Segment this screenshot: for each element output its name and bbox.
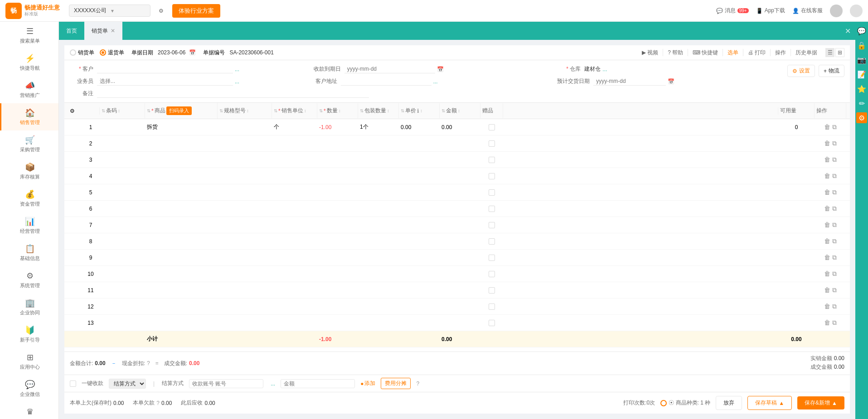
row-price[interactable]: [399, 305, 440, 308]
row-product[interactable]: [145, 158, 218, 162]
delete-row-icon[interactable]: 🗑: [824, 156, 830, 164]
gift-checkbox[interactable]: [489, 124, 495, 130]
sidebar-item-finance[interactable]: 💰 资金管理: [0, 185, 58, 212]
tab-close-icon[interactable]: ✕: [111, 28, 115, 34]
row-amount[interactable]: [440, 256, 480, 260]
tab-home[interactable]: 首页: [59, 22, 84, 40]
save-draft-button[interactable]: 保存草稿 ▲: [747, 396, 792, 410]
sort-icon[interactable]: ↕: [420, 108, 422, 113]
row-pack[interactable]: [358, 272, 399, 276]
gift-checkbox[interactable]: [489, 222, 495, 228]
copy-row-icon[interactable]: ⧉: [832, 319, 837, 327]
sort-icon[interactable]: ↕: [458, 108, 460, 113]
row-qty[interactable]: [317, 174, 358, 178]
row-price[interactable]: [399, 321, 440, 325]
row-amount[interactable]: [440, 207, 480, 211]
copy-row-icon[interactable]: ⧉: [832, 237, 837, 245]
row-spec[interactable]: [218, 191, 272, 194]
row-qty[interactable]: [317, 256, 358, 260]
sort-icon[interactable]: ↕: [339, 108, 341, 113]
row-price[interactable]: [399, 174, 440, 178]
row-barcode[interactable]: [100, 125, 145, 129]
copy-row-icon[interactable]: ⧉: [832, 254, 837, 261]
row-pack[interactable]: [358, 305, 399, 308]
row-amount[interactable]: [440, 289, 480, 292]
row-qty[interactable]: -1.00: [317, 122, 358, 132]
row-product[interactable]: [145, 207, 218, 211]
right-panel-star-icon[interactable]: ⭐: [856, 83, 867, 94]
help-button[interactable]: ? 帮助: [668, 49, 683, 57]
expected-date-input[interactable]: [593, 77, 666, 86]
sort-icon[interactable]: ⇅: [401, 108, 404, 113]
sidebar-item-inventory[interactable]: 📦 库存核算: [0, 158, 58, 185]
gift-checkbox[interactable]: [489, 173, 495, 179]
calendar-icon[interactable]: 📅: [189, 49, 196, 56]
delete-row-icon[interactable]: 🗑: [824, 303, 830, 310]
row-amount[interactable]: [440, 240, 480, 243]
avatar[interactable]: [830, 5, 843, 17]
row-remark[interactable]: [503, 223, 778, 227]
row-barcode[interactable]: [100, 223, 145, 227]
copy-row-icon[interactable]: ⧉: [832, 123, 837, 131]
account-ellipsis-icon[interactable]: ...: [271, 380, 275, 387]
gift-checkbox[interactable]: [489, 255, 495, 261]
row-price[interactable]: [399, 240, 440, 243]
row-spec[interactable]: [218, 158, 272, 162]
row-unit[interactable]: [272, 158, 317, 162]
row-pack[interactable]: 1个: [358, 121, 399, 133]
sort-icon[interactable]: ⇅: [441, 108, 445, 113]
row-pack[interactable]: [358, 158, 399, 162]
row-product[interactable]: [145, 289, 218, 292]
gift-checkbox[interactable]: [489, 206, 495, 212]
sidebar-item-basic[interactable]: 📋 基础信息: [0, 239, 58, 266]
row-spec[interactable]: [218, 305, 272, 308]
history-button[interactable]: 历史单据: [795, 49, 817, 57]
row-product[interactable]: [145, 272, 218, 276]
right-panel-chat-icon[interactable]: 💬: [856, 25, 867, 36]
row-unit[interactable]: [272, 191, 317, 194]
row-pack[interactable]: [358, 142, 399, 145]
row-unit[interactable]: [272, 272, 317, 276]
row-product[interactable]: [145, 223, 218, 227]
row-price[interactable]: 0.00: [399, 122, 440, 132]
message-button[interactable]: 💬 消息 99+: [716, 7, 749, 14]
copy-row-icon[interactable]: ⧉: [832, 205, 837, 212]
settings-icon[interactable]: ⚙: [154, 4, 168, 18]
warehouse-ellipsis-icon[interactable]: ...: [602, 66, 607, 72]
copy-row-icon[interactable]: ⧉: [832, 270, 837, 278]
row-remark[interactable]: [503, 240, 778, 243]
salesperson-input[interactable]: [97, 77, 233, 86]
add-payment-button[interactable]: ● 添加: [360, 380, 375, 387]
right-panel-note-icon[interactable]: 📝: [856, 69, 867, 80]
company-selector[interactable]: XXXXXX公司 ▾: [69, 5, 150, 17]
row-spec[interactable]: [218, 289, 272, 292]
account-input[interactable]: [189, 379, 263, 388]
row-product[interactable]: [145, 305, 218, 308]
row-barcode[interactable]: [100, 240, 145, 243]
logistics-button[interactable]: + 物流: [819, 65, 844, 77]
row-amount[interactable]: [440, 305, 480, 308]
row-amount[interactable]: [440, 272, 480, 276]
delete-row-icon[interactable]: 🗑: [824, 254, 830, 261]
row-pack[interactable]: [358, 174, 399, 178]
sidebar-item-purchase[interactable]: 🛒 采购管理: [0, 130, 58, 158]
row-qty[interactable]: [317, 240, 358, 243]
row-unit[interactable]: [272, 256, 317, 260]
row-unit[interactable]: [272, 240, 317, 243]
right-panel-lock-icon[interactable]: 🔒: [856, 40, 867, 51]
scan-button[interactable]: 扫码录入: [166, 106, 192, 115]
sort-icon[interactable]: ⇅: [274, 108, 277, 113]
row-price[interactable]: [399, 191, 440, 194]
due-date-input[interactable]: [344, 65, 435, 73]
col-settings-header[interactable]: ⚙: [68, 106, 82, 116]
video-button[interactable]: ▶ 视频: [642, 49, 658, 57]
shortcut-button[interactable]: ⌨ 快捷键: [693, 49, 718, 57]
row-product[interactable]: [145, 256, 218, 260]
gift-checkbox[interactable]: [489, 189, 495, 196]
row-spec[interactable]: [218, 207, 272, 211]
row-barcode[interactable]: [100, 191, 145, 194]
row-spec[interactable]: [218, 223, 272, 227]
delete-row-icon[interactable]: 🗑: [824, 237, 830, 245]
sidebar-item-enterprise[interactable]: 🏢 企业协同: [0, 294, 58, 321]
row-remark[interactable]: [503, 174, 778, 178]
